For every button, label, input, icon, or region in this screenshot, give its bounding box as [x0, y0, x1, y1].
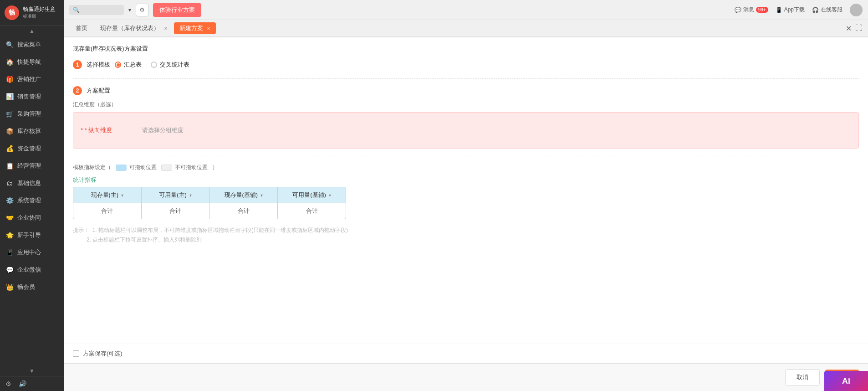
stats-col-3-header[interactable]: 现存量(基辅) ▾	[210, 187, 278, 203]
dimension-field-label: * * 纵向维度	[81, 126, 112, 134]
sidebar-scroll-down[interactable]: ▼	[0, 366, 64, 376]
save-checkbox[interactable]	[73, 350, 79, 357]
stats-table-body-row: 合计 合计 合计 合计	[73, 203, 346, 219]
stats-col-4-header[interactable]: 可用量(基辅) ▾	[278, 187, 346, 203]
save-option-label: 方案保存(可选)	[83, 350, 123, 358]
dimension-placeholder: 请选择分组维度	[142, 126, 184, 134]
sidebar-item-label: 企业微信	[17, 266, 41, 274]
sidebar-item-corp-wechat[interactable]: 💬 企业微信	[0, 261, 64, 278]
app-download-btn[interactable]: 📱 App下载	[776, 6, 805, 14]
indicator-section: 模板指标设定（ 可拖动位置 不可拖动位置 ） 统计指标	[73, 164, 859, 219]
messages-badge: 99+	[756, 7, 768, 13]
sidebar-item-label: 快捷导航	[17, 58, 41, 66]
sidebar-scroll-up[interactable]: ▲	[0, 26, 64, 36]
section2-header: 2 方案配置	[73, 86, 859, 95]
radio-cross[interactable]: 交叉统计表	[151, 61, 189, 69]
topbar-dropdown[interactable]: ▾	[128, 7, 131, 13]
section-plan-config: 2 方案配置 汇总维度（必选） * * 纵向维度 —— 请选择分组维度	[73, 86, 859, 244]
app-download-label: App下载	[784, 6, 805, 14]
sales-icon: 📊	[5, 93, 14, 101]
col3-dropdown-icon: ▾	[260, 193, 263, 198]
dimension-field-text: * 纵向维度	[85, 127, 112, 134]
col4-dropdown-icon: ▾	[329, 193, 331, 198]
section1-header: 1 选择模板 汇总表 交叉统计表	[73, 60, 859, 69]
panel-close-btn[interactable]: ✕	[846, 24, 852, 33]
basic-info-icon: 🗂	[5, 179, 14, 187]
audio-footer-icon[interactable]: 🔊	[19, 380, 26, 387]
tab-new-plan[interactable]: 新建方案 ✕	[174, 22, 216, 34]
sidebar-item-vip[interactable]: 👑 畅会员	[0, 278, 64, 296]
tab-inventory-close[interactable]: ✕	[164, 26, 168, 31]
dimension-pink-box[interactable]: * * 纵向维度 —— 请选择分组维度	[73, 112, 859, 149]
search-box[interactable]: 🔍	[69, 5, 124, 15]
stats-col-2-label: 可用量(主)	[159, 191, 187, 199]
panel-title: 现存量(库存状况表)方案设置	[73, 45, 859, 53]
legend-draggable: 可拖动位置	[116, 164, 157, 171]
search-menu-icon: 🔍	[5, 41, 14, 49]
sidebar-item-basic-info[interactable]: 🗂 基础信息	[0, 175, 64, 192]
dimension-section: 汇总维度（必选） * * 纵向维度 —— 请选择分组维度	[73, 101, 859, 149]
sidebar-item-marketing[interactable]: 🎁 营销推广	[0, 71, 64, 88]
messages-btn[interactable]: 💬 消息 99+	[735, 6, 768, 14]
sidebar-item-search-menu[interactable]: 🔍 搜索菜单	[0, 36, 64, 53]
topbar-settings-btn[interactable]: ⚙	[136, 4, 148, 16]
sidebar-item-finance[interactable]: 💰 资金管理	[0, 140, 64, 157]
user-avatar[interactable]	[850, 4, 863, 16]
purchase-icon: 🛒	[5, 110, 14, 118]
sidebar-item-sales[interactable]: 📊 销售管理	[0, 88, 64, 105]
panel-expand-btn[interactable]: ⛶	[855, 24, 863, 33]
legend-non-draggable-block	[161, 165, 172, 171]
radio-summary-label: 汇总表	[124, 61, 142, 69]
stats-col-1-header[interactable]: 现存量(主) ▾	[73, 187, 142, 203]
section-divider-1	[73, 78, 859, 79]
sidebar-item-label: 销售管理	[17, 93, 41, 101]
indicator-label: 模板指标设定（ 可拖动位置 不可拖动位置 ）	[73, 164, 859, 171]
section-divider-2	[73, 156, 859, 156]
sidebar-item-enterprise[interactable]: 🤝 企业协同	[0, 209, 64, 226]
radio-cross-circle	[151, 62, 157, 68]
enterprise-icon: 🤝	[5, 214, 14, 222]
sidebar: 畅 畅赢通好生意 标准版 ▲ 🔍 搜索菜单 🏠 快捷导航 🎁 营销推广 📊 销售…	[0, 0, 64, 391]
online-support-btn[interactable]: 🎧 在线客服	[812, 6, 842, 14]
sidebar-item-label: 搜索菜单	[17, 41, 41, 49]
sidebar-item-new-guide[interactable]: 🌟 新手引导	[0, 226, 64, 244]
sidebar-item-sys-mgmt[interactable]: ⚙️ 系统管理	[0, 192, 64, 209]
radio-summary[interactable]: 汇总表	[115, 61, 142, 69]
section1-num: 1	[73, 60, 82, 69]
stats-col-1-body: 合计	[73, 203, 142, 219]
ai-float-btn[interactable]: Ai	[824, 371, 868, 391]
sidebar-item-operations[interactable]: 📋 经营管理	[0, 157, 64, 175]
footer-bar: 取消 查询	[64, 363, 868, 391]
sidebar-footer: ⚙ 🔊	[0, 376, 64, 391]
tip-2: 2. 点击标题栏下拉可设置排序、插入列和删除列	[73, 236, 859, 244]
quick-nav-icon: 🏠	[5, 58, 14, 66]
marketing-icon: 🎁	[5, 75, 14, 83]
sidebar-item-app-center[interactable]: 📱 应用中心	[0, 244, 64, 261]
cancel-button[interactable]: 取消	[785, 369, 820, 386]
indicator-label-text: 模板指标设定（	[73, 164, 111, 171]
stats-col-2-header[interactable]: 可用量(主) ▾	[142, 187, 210, 203]
dimension-label: 汇总维度（必选）	[73, 101, 859, 108]
tab-new-plan-close[interactable]: ✕	[207, 26, 210, 31]
sidebar-item-quick-nav[interactable]: 🏠 快捷导航	[0, 53, 64, 71]
radio-summary-circle	[115, 62, 121, 68]
sidebar-item-purchase[interactable]: 🛒 采购管理	[0, 105, 64, 123]
topbar: 🔍 ▾ ⚙ 体验行业方案 💬 消息 99+ 📱 App下载 🎧 在线客服	[64, 0, 868, 20]
section-choose-template: 1 选择模板 汇总表 交叉统计表	[73, 60, 859, 69]
tab-inventory[interactable]: 现存量（库存状况表） ✕	[94, 21, 174, 37]
search-icon: 🔍	[73, 7, 80, 13]
messages-label: 消息	[743, 6, 754, 14]
trial-btn[interactable]: 体验行业方案	[153, 3, 201, 17]
headset-icon: 🎧	[812, 7, 819, 13]
col1-dropdown-icon: ▾	[121, 193, 123, 198]
tab-home[interactable]: 首页	[69, 21, 94, 37]
settings-footer-icon[interactable]: ⚙	[5, 380, 11, 387]
message-icon: 💬	[735, 7, 741, 13]
sidebar-item-label: 系统管理	[17, 196, 41, 205]
tab-new-plan-label: 新建方案	[179, 24, 203, 32]
sidebar-item-inventory-check[interactable]: 📦 库存核算	[0, 123, 64, 140]
sidebar-item-label: 企业协同	[17, 214, 41, 222]
tip-1: 提示： 1. 拖动标题栏可以调整布局，不可跨维度或指标区域拖动栏目字段(只能在同…	[73, 226, 859, 234]
main-area: 🔍 ▾ ⚙ 体验行业方案 💬 消息 99+ 📱 App下载 🎧 在线客服	[64, 0, 868, 391]
sidebar-item-label: 营销推广	[17, 75, 41, 83]
